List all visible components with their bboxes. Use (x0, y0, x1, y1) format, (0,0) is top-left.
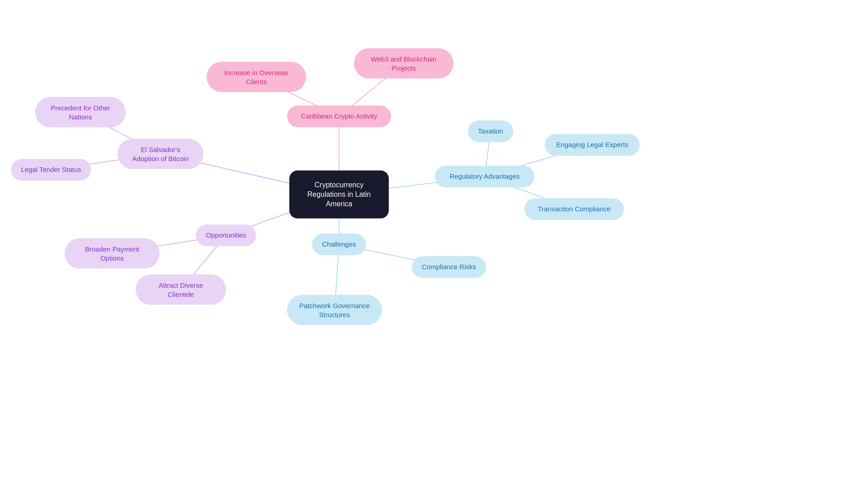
mind-map: Cryptocurrency Regulations in Latin Amer… (0, 0, 868, 490)
elsalvador-node: El Salvador's Adoption of Bitcoin (118, 139, 203, 169)
caribbean-node: Caribbean Crypto Activity (287, 105, 391, 127)
increase-overseas-node: Increase in Overseas Clients (207, 62, 306, 92)
broaden-payment-node: Broaden Payment Options (65, 238, 160, 269)
opportunities-node: Opportunities (196, 224, 256, 246)
transaction-compliance-node: Transaction Compliance (524, 198, 624, 220)
attract-diverse-node: Attract Diverse Clientele (136, 275, 226, 305)
patchwork-node: Patchwork Governance Structures (287, 295, 382, 325)
precedent-node: Precedent for Other Nations (35, 97, 126, 128)
regulatory-advantages-node: Regulatory Advantages (435, 166, 534, 187)
engaging-legal-node: Engaging Legal Experts (545, 134, 640, 156)
web3-blockchain-node: Web3 and Blockchain Projects (354, 48, 453, 79)
taxation-node: Taxation (468, 120, 513, 142)
compliance-risks-node: Compliance Risks (412, 256, 486, 278)
center-node: Cryptocurrency Regulations in Latin Amer… (289, 171, 389, 219)
challenges-node: Challenges (312, 233, 366, 255)
legal-tender-node: Legal Tender Status (11, 159, 91, 181)
